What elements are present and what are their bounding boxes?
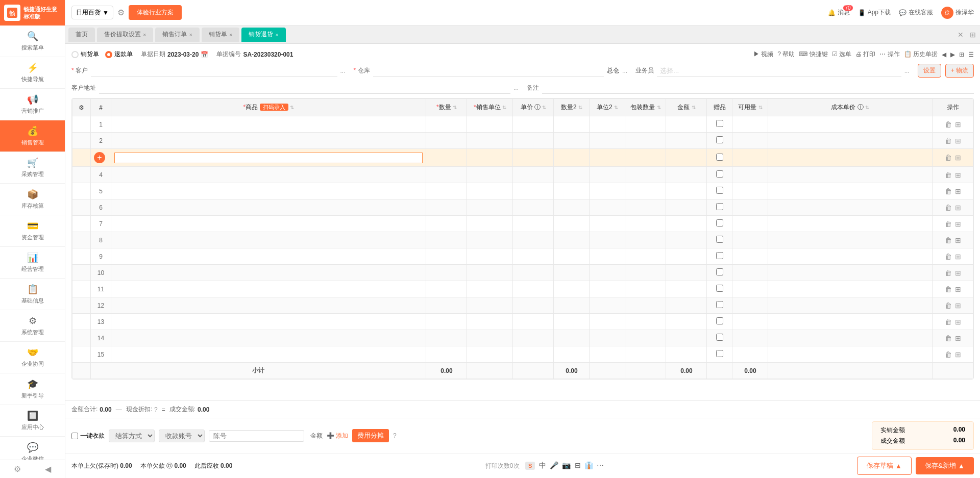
available-cell[interactable] (732, 133, 768, 149)
copy-row-icon[interactable]: ⊞ (955, 318, 961, 326)
table-gear-icon[interactable]: ⚙ (79, 104, 84, 111)
amount-cell[interactable] (666, 167, 707, 183)
cost-price-cell[interactable] (768, 232, 933, 248)
unit-price-cell[interactable] (513, 281, 554, 297)
more-icon[interactable]: ⋯ (597, 461, 604, 469)
qty-cell[interactable] (426, 314, 467, 330)
copy-row-icon[interactable]: ⊞ (955, 269, 961, 277)
copy-row-icon[interactable]: ⊞ (955, 187, 961, 195)
cost-price-cell[interactable] (768, 133, 933, 149)
available-cell[interactable] (732, 281, 768, 297)
pack-qty-cell[interactable] (625, 133, 666, 149)
customer-input[interactable] (91, 65, 337, 77)
gift-cell[interactable] (707, 330, 732, 346)
cost-price-cell[interactable] (768, 216, 933, 232)
cost-price-cell[interactable] (768, 330, 933, 346)
copy-row-icon[interactable]: ⊞ (955, 154, 961, 162)
cost-price-cell[interactable] (768, 281, 933, 297)
delete-row-icon[interactable]: 🗑 (945, 253, 952, 261)
qty-cell[interactable] (426, 149, 467, 167)
product-cell[interactable] (111, 265, 426, 281)
unit-price-cell[interactable] (513, 167, 554, 183)
qty-cell[interactable] (426, 281, 467, 297)
delete-row-icon[interactable]: 🗑 (945, 236, 952, 244)
more-ops-btn[interactable]: ⋯ 操作 (879, 50, 899, 59)
qty2-cell[interactable] (554, 297, 590, 314)
copy-row-icon[interactable]: ⊞ (955, 220, 961, 228)
unit2-cell[interactable] (590, 346, 625, 363)
product-cell[interactable] (111, 133, 426, 149)
unit-cell[interactable] (467, 149, 513, 167)
qty2-cell[interactable] (554, 133, 590, 149)
cost-price-cell[interactable] (768, 199, 933, 216)
sidebar-item-appstore[interactable]: 🔲 应用中心 (0, 405, 65, 437)
pack-qty-cell[interactable] (625, 281, 666, 297)
copy-row-icon[interactable]: ⊞ (955, 285, 961, 293)
amount-cell[interactable] (666, 265, 707, 281)
qty-cell[interactable] (426, 248, 467, 265)
camera-icon[interactable]: 📷 (562, 461, 571, 469)
qty-cell[interactable] (426, 330, 467, 346)
pack-qty-cell[interactable] (625, 248, 666, 265)
product-cell[interactable] (111, 116, 426, 133)
unit-price-cell[interactable] (513, 297, 554, 314)
sidebar-settings-btn[interactable]: ⚙ (14, 464, 21, 474)
unit2-cell[interactable] (590, 183, 625, 199)
list-view-btn[interactable]: ☰ (968, 51, 974, 58)
unit-price-cell[interactable] (513, 314, 554, 330)
sidebar-item-enterprise[interactable]: 🤝 企业协同 (0, 342, 65, 373)
unit-price-cell[interactable] (513, 199, 554, 216)
available-cell[interactable] (732, 167, 768, 183)
amount-cell[interactable] (666, 232, 707, 248)
cost-price-cell[interactable] (768, 183, 933, 199)
unit-price-cell[interactable] (513, 330, 554, 346)
amount-cell[interactable] (666, 116, 707, 133)
available-cell[interactable] (732, 297, 768, 314)
nav-prev-btn[interactable]: ◀ (942, 51, 946, 58)
qty-sort[interactable]: ⇅ (453, 105, 457, 110)
copy-row-icon[interactable]: ⊞ (955, 253, 961, 261)
unit2-cell[interactable] (590, 281, 625, 297)
qty2-cell[interactable] (554, 199, 590, 216)
close-tab-icon[interactable]: ✕ (955, 30, 966, 40)
qty-cell[interactable] (426, 133, 467, 149)
sidebar-item-finance[interactable]: 💳 资金管理 (0, 215, 65, 247)
unit-sort[interactable]: ⇅ (502, 105, 506, 110)
unit-cell[interactable] (467, 281, 513, 297)
split-help-icon[interactable]: ? (393, 432, 397, 439)
maximize-icon[interactable]: ⊞ (968, 30, 978, 40)
gift-checkbox[interactable] (716, 203, 723, 210)
qty2-cell[interactable] (554, 183, 590, 199)
unit-cell[interactable] (467, 199, 513, 216)
qty-cell[interactable] (426, 216, 467, 232)
gift-checkbox[interactable] (716, 187, 723, 194)
pack-qty-cell[interactable] (625, 216, 666, 232)
cprice-sort[interactable]: ⇅ (865, 105, 869, 110)
product-cell[interactable] (111, 167, 426, 183)
gift-cell[interactable] (707, 297, 732, 314)
sidebar-item-search[interactable]: 🔍 搜索菜单 (0, 26, 65, 57)
qty2-cell[interactable] (554, 314, 590, 330)
unit-price-cell[interactable] (513, 232, 554, 248)
delete-row-icon[interactable]: 🗑 (945, 187, 952, 195)
copy-row-icon[interactable]: ⊞ (955, 350, 961, 359)
cost-price-cell[interactable] (768, 297, 933, 314)
tab-close-sale-return[interactable]: × (275, 32, 278, 38)
nav-next-btn[interactable]: ▶ (950, 51, 955, 58)
user-menu[interactable]: 徐 徐泽华 (941, 7, 974, 19)
gift-cell[interactable] (707, 133, 732, 149)
uprice-sort[interactable]: ⇅ (542, 105, 546, 110)
unit-cell[interactable] (467, 330, 513, 346)
payment-method-select[interactable]: 结算方式 (109, 430, 155, 442)
unit2-cell[interactable] (590, 330, 625, 346)
gift-checkbox[interactable] (716, 170, 723, 178)
copy-row-icon[interactable]: ⊞ (955, 301, 961, 310)
unit-price-cell[interactable] (513, 149, 554, 167)
gift-checkbox[interactable] (716, 219, 723, 227)
unit-cell[interactable] (467, 232, 513, 248)
save-new-dropdown-icon[interactable]: ▲ (958, 462, 965, 470)
unit-price-cell[interactable] (513, 216, 554, 232)
gift-cell[interactable] (707, 281, 732, 297)
unit2-cell[interactable] (590, 248, 625, 265)
tab-sale-order[interactable]: 销售订单 × (155, 28, 199, 42)
